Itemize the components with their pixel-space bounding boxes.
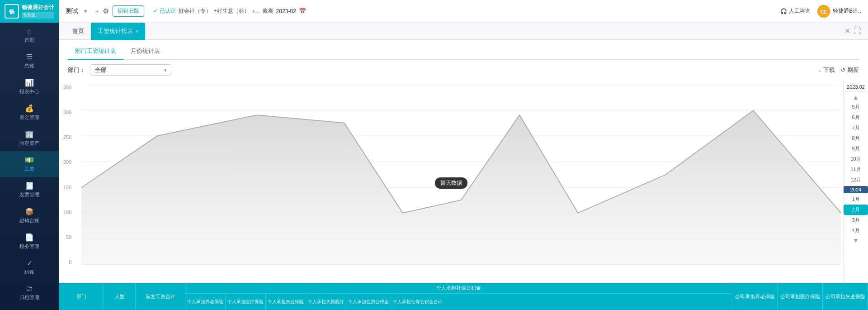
- sidebar-item-invoice[interactable]: 🧾 发票管理: [0, 177, 59, 203]
- svg-text:畅: 畅: [9, 9, 14, 15]
- sub-col-personal-unemployment: 个人承担失业保险: [266, 294, 306, 310]
- sub-tab-dept[interactable]: 部门工资统计表: [68, 43, 123, 60]
- logo-icon: 畅: [5, 4, 19, 19]
- month-6[interactable]: 6月: [844, 112, 868, 123]
- tab-home[interactable]: 首页: [66, 23, 91, 40]
- user-avatar: CE: [817, 5, 830, 18]
- y-label-200: 200: [63, 159, 71, 165]
- month-2-active[interactable]: 2月: [844, 205, 868, 215]
- status-tag-1: 好会计（专）: [179, 7, 211, 15]
- topbar-status: ✓ 已认证 好会计（专） +好生意（标） +... 账期 2023-02 📅: [153, 7, 306, 15]
- col-company-medical: 公司承担医疗保险: [778, 283, 823, 310]
- status-tag-3: +...: [252, 8, 260, 14]
- filter-row: 部门： 全部 ▼: [68, 64, 171, 76]
- sidebar-item-home[interactable]: ⌂ 首页: [0, 23, 59, 48]
- sidebar: 畅 畅捷通好会计 专业版 ⌂ 首页 ☰ 总账 📊 报表中心 💰 资金管理 🏢: [0, 0, 59, 310]
- refresh-button[interactable]: ↺ 刷新: [840, 66, 859, 74]
- month-8[interactable]: 8月: [844, 133, 868, 143]
- sales-icon: 📦: [25, 207, 34, 216]
- expand-button[interactable]: ⛶: [854, 27, 861, 35]
- tab-close-button[interactable]: ×: [136, 29, 138, 34]
- month-3[interactable]: 3月: [844, 215, 868, 225]
- tab-salary-stats[interactable]: 工资统计报表 ×: [91, 23, 145, 40]
- sub-col-personal-total: 个人承担社保公积金合计: [391, 294, 444, 310]
- content-area: 首页 工资统计报表 × ✕ ⛶ 部门工资统计表 月份统计表: [59, 23, 868, 310]
- help-button[interactable]: 🎧 人工咨询: [780, 7, 811, 15]
- sidebar-item-ledger[interactable]: ☰ 总账: [0, 48, 59, 74]
- sidebar-item-assets[interactable]: 🏢 固定资产: [0, 125, 59, 151]
- y-label-150: 150: [63, 185, 71, 190]
- year-2024-badge: 2024: [844, 186, 868, 193]
- sidebar-item-archive[interactable]: 🗂 归档管理: [0, 280, 59, 305]
- y-label-350: 350: [63, 85, 71, 90]
- sidebar-item-settings[interactable]: ⚙ 设置: [0, 305, 59, 310]
- main-area: 测试 ▼ + ⚙ 切到旧版 ✓ 已认证 好会计（专） +好生意（标） +... …: [59, 0, 868, 310]
- topbar-settings-button[interactable]: ⚙: [103, 7, 109, 15]
- year-up-button[interactable]: ▲: [844, 93, 868, 102]
- y-label-0: 0: [69, 259, 71, 265]
- sidebar-item-funds[interactable]: 💰 资金管理: [0, 100, 59, 125]
- app-edition: 专业版: [22, 12, 54, 19]
- username: 轻捷通B追..: [833, 7, 861, 15]
- chart-y-labels: 350 300 250 200 150 100 50 0: [63, 85, 71, 265]
- sidebar-item-sales[interactable]: 📦 进销台账: [0, 203, 59, 229]
- topbar-user-actions: 🎧 人工咨询 CE 轻捷通B追..: [780, 5, 861, 18]
- sub-tab-month[interactable]: 月份统计表: [123, 43, 167, 60]
- chart-section: 350 300 250 200 150 100 50 0: [59, 80, 868, 283]
- refresh-icon: ↺: [840, 67, 845, 73]
- tabs-bar: 首页 工资统计报表 × ✕ ⛶: [59, 23, 868, 40]
- month-11[interactable]: 11月: [844, 164, 868, 175]
- y-label-250: 250: [63, 134, 71, 140]
- sidebar-item-reports[interactable]: 📊 报表中心: [0, 74, 59, 100]
- dept-filter-label: 部门：: [68, 66, 85, 74]
- col-company-pension: 公司承担养老保险: [732, 283, 778, 310]
- sidebar-item-salary[interactable]: 💵 工资: [0, 151, 59, 177]
- chart-area: 350 300 250 200 150 100 50 0: [59, 80, 843, 283]
- y-label-300: 300: [63, 110, 71, 115]
- year-down-button[interactable]: ▼: [844, 236, 868, 245]
- archive-icon: 🗂: [26, 285, 33, 293]
- month-12[interactable]: 12月: [844, 175, 868, 185]
- action-buttons: ↓ 下载 ↺ 刷新: [819, 66, 859, 74]
- col-total-salary: 应发工资合计: [136, 283, 185, 310]
- company-name: 测试: [66, 7, 78, 15]
- col-dept: 部门: [59, 283, 104, 310]
- company-dropdown[interactable]: ▼: [83, 8, 88, 14]
- salary-icon: 💵: [25, 156, 34, 164]
- month-5[interactable]: 5月: [844, 102, 868, 112]
- add-button[interactable]: +: [95, 7, 99, 15]
- sidebar-item-tax[interactable]: 📄 税务管理: [0, 229, 59, 254]
- calendar-icon[interactable]: 📅: [299, 8, 306, 14]
- user-info[interactable]: CE 轻捷通B追..: [817, 5, 861, 18]
- month-4[interactable]: 4月: [844, 225, 868, 236]
- sub-col-personal-major-medical: 个人承担大额医疗: [306, 294, 346, 310]
- sidebar-nav: ⌂ 首页 ☰ 总账 📊 报表中心 💰 资金管理 🏢 固定资产 💵 工资 🧾 发票…: [0, 23, 59, 310]
- month-9[interactable]: 9月: [844, 143, 868, 154]
- month-1[interactable]: 1月: [844, 194, 868, 205]
- close-panel-button[interactable]: ✕: [844, 27, 850, 35]
- ledger-icon: ☰: [26, 52, 33, 61]
- headset-icon: 🎧: [780, 8, 787, 14]
- chart-tooltip: 暂无数据: [435, 177, 467, 189]
- date-picker-sidebar: 2023.02 ▲ 5月 6月 7月 8月 9月 10月 11月 12月 202…: [843, 80, 868, 283]
- dept-filter-wrapper: 全部 ▼: [90, 64, 171, 76]
- period-label: 账期: [263, 7, 274, 15]
- month-7[interactable]: 7月: [844, 123, 868, 133]
- period-value: 2023-02: [276, 8, 296, 14]
- dept-filter-select[interactable]: 全部: [90, 64, 171, 76]
- checkout-icon: ✓: [27, 259, 33, 267]
- switch-version-button[interactable]: 切到旧版: [113, 5, 144, 17]
- reports-icon: 📊: [25, 78, 34, 87]
- col-company-unemployment: 公司承担失业保险: [823, 283, 868, 310]
- table-header: 部门 人数 应发工资合计 个人承担社保公积金 个人承担养老保险 个人承担医疗保险: [59, 283, 868, 310]
- sidebar-item-checkout[interactable]: ✓ 结账: [0, 254, 59, 280]
- sub-col-personal-pension: 个人承担养老保险: [185, 294, 226, 310]
- month-10[interactable]: 10月: [844, 154, 868, 164]
- tax-icon: 📄: [25, 233, 34, 242]
- sub-col-personal-medical: 个人承担医疗保险: [226, 294, 266, 310]
- certified-status: ✓ 已认证: [153, 7, 175, 15]
- download-button[interactable]: ↓ 下载: [819, 66, 835, 74]
- y-label-100: 100: [63, 210, 71, 215]
- y-label-50: 50: [66, 234, 71, 240]
- app-logo: 畅 畅捷通好会计 专业版: [0, 0, 59, 23]
